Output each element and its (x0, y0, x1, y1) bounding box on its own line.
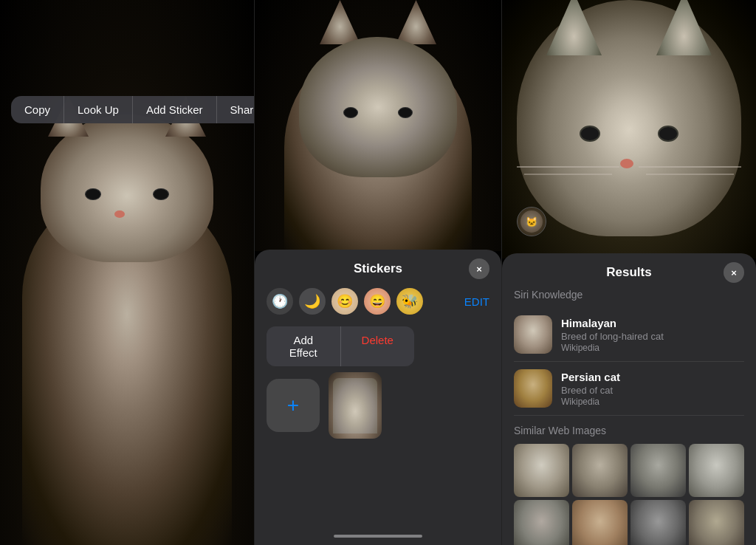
web-image-5[interactable] (514, 500, 569, 545)
right-panel: 🐱 Results × Siri Knowledge Himalayan Bre… (502, 0, 756, 545)
bottom-indicator (334, 535, 422, 538)
persian-description: Breed of cat (561, 385, 744, 396)
sticker-tab-face2[interactable]: 😄 (364, 288, 391, 315)
knowledge-item-himalayan[interactable]: Himalayan Breed of long-haired cat Wikip… (514, 308, 744, 362)
himalayan-description: Breed of long-haired cat (561, 331, 744, 342)
right-cat-background: 🐱 (502, 0, 756, 258)
context-menu-add-sticker[interactable]: Add Sticker (133, 96, 217, 123)
sticker-tab-recent[interactable]: 🕐 (267, 288, 293, 315)
persian-name: Persian cat (561, 371, 744, 383)
cat-sticker-image (333, 378, 377, 433)
himalayan-name: Himalayan (561, 317, 744, 329)
himalayan-source: Wikipedia (561, 343, 744, 353)
add-effect-button[interactable]: Add Effect (267, 326, 341, 366)
stickers-close-button[interactable]: × (469, 258, 489, 279)
web-image-2[interactable] (572, 444, 628, 497)
results-close-button[interactable]: × (724, 262, 744, 283)
sticker-tab-face1[interactable]: 😊 (331, 288, 358, 315)
persian-info: Persian cat Breed of cat Wikipedia (561, 371, 744, 407)
stickers-grid: + (267, 372, 489, 439)
web-image-1[interactable] (514, 444, 569, 497)
plus-icon: + (287, 394, 299, 417)
avatar: 🐱 (517, 207, 546, 236)
similar-web-images-label: Similar Web Images (514, 425, 744, 436)
stickers-header: Stickers × (267, 261, 489, 276)
stickers-title: Stickers (354, 261, 402, 276)
knowledge-item-persian[interactable]: Persian cat Breed of cat Wikipedia (514, 362, 744, 416)
left-cat-background: Copy Look Up Add Sticker Share... (0, 0, 254, 545)
results-title: Results (606, 265, 651, 280)
delete-sticker-button[interactable]: Delete (341, 326, 415, 366)
results-panel: Results × Siri Knowledge Himalayan Breed… (502, 253, 756, 545)
persian-source: Wikipedia (561, 397, 744, 407)
left-panel: Copy Look Up Add Sticker Share... (0, 0, 254, 545)
sticker-context-menu: Add Effect Delete (267, 326, 414, 366)
context-menu-share[interactable]: Share... (217, 96, 254, 123)
web-images-row2 (514, 500, 744, 545)
add-sticker-button[interactable]: + (267, 379, 320, 432)
web-image-7[interactable] (630, 500, 686, 545)
context-menu: Copy Look Up Add Sticker Share... (11, 96, 254, 123)
web-image-4[interactable] (689, 444, 744, 497)
web-image-8[interactable] (689, 500, 744, 545)
web-images-row1 (514, 444, 744, 497)
middle-panel: Stickers × 🕐 🌙 😊 😄 🐝 EDIT Add Effect Del… (254, 0, 502, 545)
siri-knowledge-label: Siri Knowledge (514, 289, 744, 301)
persian-thumbnail (514, 369, 552, 408)
web-image-3[interactable] (630, 444, 686, 497)
stickers-panel: Stickers × 🕐 🌙 😊 😄 🐝 EDIT Add Effect Del… (255, 250, 501, 545)
results-header: Results × (514, 265, 744, 280)
himalayan-thumbnail (514, 315, 552, 354)
sticker-tab-moon[interactable]: 🌙 (299, 288, 326, 315)
sticker-tab-bee[interactable]: 🐝 (396, 288, 423, 315)
edit-button[interactable]: EDIT (464, 295, 489, 308)
context-menu-copy[interactable]: Copy (11, 96, 64, 123)
stickers-tabs: 🕐 🌙 😊 😄 🐝 EDIT (267, 288, 489, 315)
himalayan-info: Himalayan Breed of long-haired cat Wikip… (561, 317, 744, 353)
context-menu-lookup[interactable]: Look Up (64, 96, 133, 123)
similar-web-images-section: Similar Web Images (514, 425, 744, 545)
sticker-item-cat[interactable] (329, 372, 382, 439)
web-image-6[interactable] (572, 500, 628, 545)
middle-cat-background (255, 0, 501, 251)
